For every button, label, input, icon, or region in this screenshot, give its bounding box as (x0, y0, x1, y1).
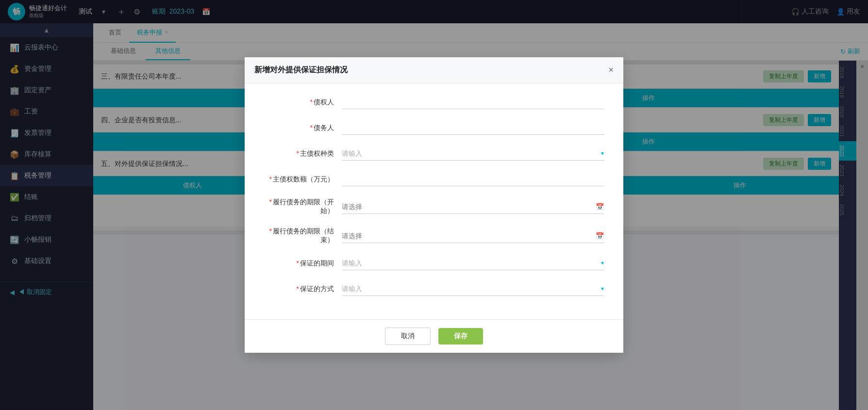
guarantee-period-dropdown-icon: ▾ (601, 260, 604, 266)
form-row-guarantee-method: *保证的方式 请输入 ▾ (264, 282, 604, 296)
claim-type-dropdown-icon: ▾ (601, 150, 604, 157)
form-row-guarantee-period: *保证的期间 请输入 ▾ (264, 256, 604, 270)
save-button[interactable]: 保存 (438, 328, 483, 344)
claim-amount-label: *主债权数额（万元） (264, 175, 342, 184)
guarantee-method-dropdown-icon: ▾ (601, 285, 604, 292)
form-row-claim-amount: *主债权数额（万元） (264, 172, 604, 186)
dialog-header: 新增对外提供保证担保情况 × (245, 57, 623, 83)
guarantee-method-select[interactable]: 请输入 (342, 282, 604, 295)
period-start-calendar-icon[interactable]: 📅 (596, 203, 604, 211)
form-row-creditor: *债权人 (264, 95, 604, 109)
claim-type-label: *主债权种类 (264, 149, 342, 158)
claim-type-select-wrapper: 请输入 ▾ (342, 147, 604, 161)
period-end-calendar-icon[interactable]: 📅 (596, 232, 604, 240)
creditor-label: *债权人 (264, 98, 342, 107)
period-start-date-wrapper: 📅 (342, 200, 604, 214)
dialog-close-button[interactable]: × (608, 65, 614, 75)
debtor-input[interactable] (342, 121, 604, 135)
dialog-body: *债权人 *债务人 *主债权种类 请输入 (245, 83, 623, 319)
form-row-debtor: *债务人 (264, 121, 604, 135)
period-end-date-wrapper: 📅 (342, 229, 604, 243)
claim-type-select[interactable]: 请输入 (342, 147, 604, 160)
form-row-period-start: *履行债务的期限（开始） 📅 (264, 198, 604, 215)
guarantee-period-label: *保证的期间 (264, 259, 342, 268)
guarantee-period-select-wrapper: 请输入 ▾ (342, 256, 604, 270)
dialog-footer: 取消 保存 (245, 319, 623, 353)
add-guarantee-dialog: 新增对外提供保证担保情况 × *债权人 *债务人 *主债权种类 (245, 57, 623, 353)
period-start-input[interactable] (342, 200, 604, 213)
debtor-label: *债务人 (264, 124, 342, 132)
period-end-label: *履行债务的期限（结束） (264, 227, 342, 245)
dialog-overlay: 新增对外提供保证担保情况 × *债权人 *债务人 *主债权种类 (0, 0, 868, 410)
guarantee-period-select[interactable]: 请输入 (342, 256, 604, 270)
dialog-title: 新增对外提供保证担保情况 (254, 65, 348, 75)
guarantee-method-select-wrapper: 请输入 ▾ (342, 282, 604, 296)
creditor-input[interactable] (342, 95, 604, 109)
period-end-input[interactable] (342, 229, 604, 243)
guarantee-method-label: *保证的方式 (264, 285, 342, 294)
form-row-claim-type: *主债权种类 请输入 ▾ (264, 147, 604, 161)
period-start-label: *履行债务的期限（开始） (264, 198, 342, 215)
form-row-period-end: *履行债务的期限（结束） 📅 (264, 227, 604, 245)
claim-amount-input[interactable] (342, 172, 604, 186)
cancel-button[interactable]: 取消 (385, 328, 431, 345)
